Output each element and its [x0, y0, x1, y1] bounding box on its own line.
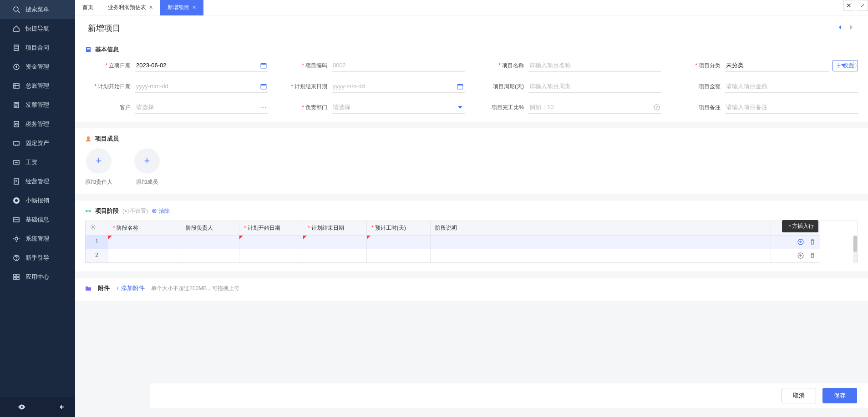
clear-stages-link[interactable]: 清除 — [152, 207, 170, 215]
sidebar-item-0[interactable]: 搜索菜单 — [0, 0, 75, 19]
tab-2[interactable]: 新增项目✕ — [160, 0, 203, 15]
stage-col-4: *计划结束日期 — [303, 221, 367, 236]
remark-input[interactable] — [725, 101, 858, 114]
stage-icon — [85, 208, 91, 214]
tab-close-icon[interactable]: ✕ — [149, 5, 153, 10]
svg-rect-22 — [261, 63, 266, 65]
basic-section-title: 基本信息 — [95, 45, 119, 54]
sidebar-item-14[interactable]: 应用中心 — [0, 267, 75, 286]
add-owner-button[interactable]: + — [86, 148, 112, 174]
stage-row[interactable]: 1下方插入行 — [86, 236, 858, 249]
sidebar-item-1[interactable]: 快捷导航 — [0, 19, 75, 38]
table-scrollbar[interactable] — [853, 236, 858, 263]
more-icon[interactable]: ⋯ — [260, 104, 267, 111]
gear-icon[interactable] — [18, 403, 25, 411]
svg-rect-27 — [261, 84, 266, 85]
sidebar-item-6[interactable]: 税务管理 — [0, 115, 75, 134]
person-icon — [85, 136, 91, 142]
plan-start-input[interactable] — [135, 80, 268, 93]
search-icon — [13, 6, 20, 13]
chevron-down-icon[interactable] — [457, 104, 464, 111]
delete-row-icon[interactable] — [809, 252, 817, 260]
svg-rect-15 — [17, 274, 19, 276]
amount-input[interactable] — [725, 80, 858, 93]
tab-close-icon[interactable]: ✕ — [192, 5, 196, 10]
insert-row-icon[interactable] — [797, 239, 805, 246]
help-icon[interactable]: ? — [850, 62, 857, 69]
svg-rect-1 — [14, 45, 19, 50]
tab-bar: 首页业务利润预估表✕新增项目✕ — [75, 0, 868, 15]
salary-icon — [13, 159, 20, 166]
svg-point-36 — [92, 226, 94, 228]
stage-col-1: *阶段名称 — [108, 221, 181, 236]
svg-rect-11 — [14, 217, 19, 222]
svg-point-6 — [15, 123, 17, 125]
cancel-button[interactable]: 取消 — [782, 388, 816, 403]
svg-text:?: ? — [852, 63, 854, 68]
tab-1[interactable]: 业务利润预估表✕ — [101, 0, 160, 15]
svg-point-32 — [87, 136, 90, 139]
collapse-icon[interactable] — [57, 403, 65, 411]
sys-icon — [13, 235, 20, 242]
sidebar-item-5[interactable]: 发票管理 — [0, 95, 75, 115]
svg-rect-14 — [14, 274, 16, 276]
sidebar-item-3[interactable]: 资金管理 — [0, 57, 75, 76]
sidebar-item-4[interactable]: 总账管理 — [0, 76, 75, 95]
category-select[interactable] — [725, 59, 829, 72]
stage-col-6: 阶段说明 — [431, 221, 771, 236]
svg-point-0 — [14, 7, 18, 11]
stage-col-2: 阶段负责人 — [181, 221, 239, 236]
window-expand-button[interactable]: ⤢ — [857, 0, 868, 11]
sidebar-item-2[interactable]: 项目合同 — [0, 38, 75, 57]
calendar-icon[interactable] — [260, 83, 267, 90]
svg-rect-5 — [14, 121, 19, 127]
dept-select[interactable] — [332, 101, 465, 114]
period-input[interactable] — [528, 80, 661, 93]
sidebar-item-13[interactable]: 新手引导 — [0, 248, 75, 267]
code-input[interactable] — [332, 59, 465, 72]
stage-col-0 — [86, 221, 108, 236]
name-input[interactable] — [528, 59, 661, 72]
stage-col-5: *预计工时(天) — [367, 221, 431, 236]
sidebar-item-9[interactable]: 经营管理 — [0, 172, 75, 191]
svg-point-35 — [89, 210, 91, 212]
svg-rect-29 — [457, 84, 463, 85]
svg-rect-19 — [87, 48, 90, 49]
stages-section: 项目阶段 (可不设置) 清除 *阶段名称阶段负责人*计划开始日期*计划结束日期*… — [75, 201, 868, 271]
asset-icon — [13, 140, 20, 147]
prev-arrow-icon[interactable] — [838, 25, 844, 31]
sidebar-item-8[interactable]: 工资 — [0, 153, 75, 172]
setup-date-input[interactable] — [135, 59, 268, 72]
attachments-section: 附件 + 添加附件 单个大小不超过200MB，可拖拽上传 — [75, 278, 868, 301]
help-icon[interactable]: ? — [653, 104, 660, 111]
sidebar-item-7[interactable]: 固定资产 — [0, 134, 75, 153]
customer-select[interactable] — [135, 101, 268, 114]
add-member-button[interactable]: + — [134, 148, 160, 174]
save-button[interactable]: 保存 — [822, 388, 857, 403]
svg-point-34 — [86, 210, 87, 212]
progress-input[interactable] — [528, 101, 661, 114]
sidebar-item-11[interactable]: 基础信息 — [0, 210, 75, 229]
invoice-icon — [13, 101, 20, 109]
page-title: 新增项目 — [88, 23, 121, 34]
svg-rect-7 — [14, 141, 19, 145]
calendar-icon[interactable] — [457, 83, 464, 90]
next-arrow-icon[interactable] — [849, 25, 855, 31]
sidebar-item-12[interactable]: 系统管理 — [0, 229, 75, 248]
gear-icon[interactable] — [90, 224, 103, 230]
svg-rect-20 — [87, 50, 90, 50]
stage-col-3: *计划开始日期 — [239, 221, 303, 236]
delete-row-icon[interactable] — [809, 239, 817, 246]
chevron-down-icon[interactable] — [840, 62, 847, 69]
stage-table: *阶段名称阶段负责人*计划开始日期*计划结束日期*预计工时(天)阶段说明 1下方… — [85, 221, 858, 263]
stage-row[interactable]: 2 — [86, 249, 858, 263]
sidebar-item-10[interactable]: 小畅报销 — [0, 191, 75, 210]
window-close-button[interactable]: ✕ — [843, 0, 854, 11]
coin-icon — [13, 63, 20, 70]
calendar-icon[interactable] — [260, 62, 267, 69]
tab-0[interactable]: 首页 — [75, 0, 101, 15]
doc-icon — [13, 44, 20, 51]
plan-end-input[interactable] — [332, 80, 465, 93]
insert-row-icon[interactable] — [797, 252, 805, 260]
add-attachment-link[interactable]: + 添加附件 — [116, 284, 145, 292]
